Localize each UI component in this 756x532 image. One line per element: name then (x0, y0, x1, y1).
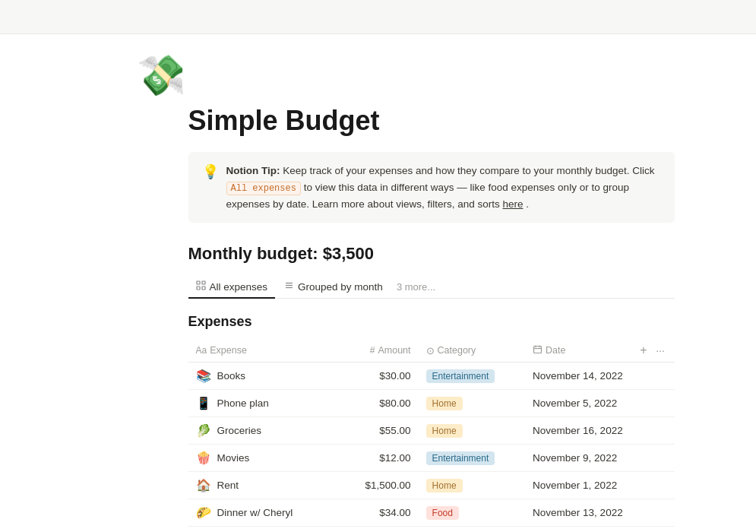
cell-date-0[interactable]: November 14, 2022 (525, 363, 632, 390)
cell-actions-6 (632, 527, 674, 532)
page-icon: 💸 (0, 34, 756, 99)
col-category-label: Category (438, 345, 476, 356)
category-badge-0[interactable]: Entertainment (426, 369, 495, 383)
tip-bold: Notion Tip: (226, 165, 280, 176)
tab-grouped-by-month[interactable]: Grouped by month (277, 276, 391, 299)
cell-date-3[interactable]: November 9, 2022 (525, 445, 632, 472)
expense-name-0: Books (217, 370, 246, 382)
expense-emoji-4: 🏠 (196, 478, 211, 492)
category-badge-5[interactable]: Food (426, 506, 459, 520)
cell-actions-2 (632, 417, 674, 445)
col-expense-label: Expense (210, 345, 247, 356)
expense-name-2: Groceries (217, 425, 262, 436)
tip-text-before: Keep track of your expenses and how they… (283, 165, 654, 176)
cell-category-3[interactable]: Entertainment (419, 445, 526, 472)
add-column-button[interactable]: + (640, 344, 647, 356)
cell-category-1[interactable]: Home (419, 390, 526, 417)
table-row[interactable]: 🌮 Dinner w/ Cheryl $34.00 Food November … (188, 499, 675, 527)
tip-period: . (526, 198, 529, 210)
cell-amount-5[interactable]: $34.00 (334, 499, 418, 527)
tabs-bar: All expenses Grouped by month 3 more... (188, 276, 675, 299)
col-header-category: ⊙ Category (419, 339, 526, 363)
table-body: 📚 Books $30.00 Entertainment November 14… (188, 363, 675, 532)
cell-actions-3 (632, 445, 674, 472)
svg-rect-7 (534, 347, 542, 353)
cell-amount-4[interactable]: $1,500.00 (334, 472, 418, 499)
cell-date-2[interactable]: November 16, 2022 (525, 417, 632, 445)
col-header-date: Date (525, 339, 632, 363)
cell-expense-2[interactable]: 🥬 Groceries (188, 417, 335, 445)
cell-date-4[interactable]: November 1, 2022 (525, 472, 632, 499)
col-date-label: Date (546, 345, 565, 356)
cell-amount-2[interactable]: $55.00 (334, 417, 418, 445)
expenses-table: Aa Expense # Amount ⊙ Category (188, 339, 675, 532)
tip-icon: 💡 (202, 163, 219, 180)
cell-amount-3[interactable]: $12.00 (334, 445, 418, 472)
cell-actions-4 (632, 472, 674, 499)
monthly-budget: Monthly budget: $3,500 (188, 244, 675, 264)
expense-emoji-2: 🥬 (196, 423, 211, 438)
cell-date-5[interactable]: November 13, 2022 (525, 499, 632, 527)
svg-rect-3 (202, 287, 205, 290)
category-badge-1[interactable]: Home (426, 397, 463, 410)
cell-amount-0[interactable]: $30.00 (334, 363, 418, 390)
top-bar (0, 0, 756, 34)
tip-text: Notion Tip: Keep track of your expenses … (226, 163, 661, 212)
col-header-expense: Aa Expense (188, 339, 335, 363)
expense-name-5: Dinner w/ Cheryl (217, 507, 293, 518)
cell-expense-3[interactable]: 🍿 Movies (188, 445, 335, 472)
tab-all-expenses-icon (196, 280, 206, 293)
cell-expense-6[interactable]: 🥪 Lunch w/ Dad (188, 527, 335, 532)
tip-inline-link[interactable]: All expenses (226, 182, 301, 195)
cell-expense-5[interactable]: 🌮 Dinner w/ Cheryl (188, 499, 335, 527)
cell-amount-6[interactable]: $25.00 (334, 527, 418, 532)
category-badge-3[interactable]: Entertainment (426, 451, 495, 465)
cell-expense-4[interactable]: 🏠 Rent (188, 472, 335, 499)
col-expense-icon: Aa (196, 345, 207, 356)
col-amount-icon: # (370, 345, 375, 356)
expense-emoji-3: 🍿 (196, 451, 211, 465)
cell-amount-1[interactable]: $80.00 (334, 390, 418, 417)
expense-emoji-0: 📚 (196, 369, 211, 383)
category-badge-4[interactable]: Home (426, 479, 463, 492)
cell-category-2[interactable]: Home (419, 417, 526, 445)
svg-rect-1 (202, 281, 205, 284)
tab-more[interactable]: 3 more... (392, 277, 440, 297)
cell-date-1[interactable]: November 5, 2022 (525, 390, 632, 417)
cell-actions-1 (632, 390, 674, 417)
expense-name-3: Movies (217, 452, 250, 464)
expense-emoji-5: 🌮 (196, 505, 211, 520)
expense-emoji-1: 📱 (196, 396, 211, 410)
table-row[interactable]: 🥪 Lunch w/ Dad $25.00 Food November 8, 2… (188, 527, 675, 532)
expense-name-4: Rent (217, 480, 239, 491)
cell-date-6[interactable]: November 8, 2022 (525, 527, 632, 532)
col-header-actions: + ··· (632, 339, 674, 363)
table-header: Aa Expense # Amount ⊙ Category (188, 339, 675, 363)
col-date-icon (533, 344, 542, 356)
table-row[interactable]: 📚 Books $30.00 Entertainment November 14… (188, 363, 675, 390)
tab-grouped-label: Grouped by month (298, 281, 383, 293)
cell-category-0[interactable]: Entertainment (419, 363, 526, 390)
cell-category-6[interactable]: Food (419, 527, 526, 532)
col-amount-label: Amount (378, 345, 410, 356)
tab-grouped-icon (284, 280, 294, 293)
expense-name-1: Phone plan (217, 397, 269, 409)
cell-category-4[interactable]: Home (419, 472, 526, 499)
cell-actions-5 (632, 499, 674, 527)
tab-all-expenses-label: All expenses (210, 281, 268, 293)
table-row[interactable]: 📱 Phone plan $80.00 Home November 5, 202… (188, 390, 675, 417)
cell-expense-1[interactable]: 📱 Phone plan (188, 390, 335, 417)
page-content: Simple Budget 💡 Notion Tip: Keep track o… (52, 105, 705, 532)
svg-rect-0 (197, 281, 200, 284)
tip-box: 💡 Notion Tip: Keep track of your expense… (188, 152, 675, 223)
cell-category-5[interactable]: Food (419, 499, 526, 527)
svg-rect-2 (197, 287, 200, 290)
tip-here-link[interactable]: here (502, 198, 523, 210)
more-options-button[interactable]: ··· (656, 344, 665, 356)
table-row[interactable]: 🥬 Groceries $55.00 Home November 16, 202… (188, 417, 675, 445)
table-row[interactable]: 🍿 Movies $12.00 Entertainment November 9… (188, 445, 675, 472)
table-row[interactable]: 🏠 Rent $1,500.00 Home November 1, 2022 (188, 472, 675, 499)
tab-all-expenses[interactable]: All expenses (188, 276, 276, 299)
category-badge-2[interactable]: Home (426, 424, 463, 438)
cell-expense-0[interactable]: 📚 Books (188, 363, 335, 390)
